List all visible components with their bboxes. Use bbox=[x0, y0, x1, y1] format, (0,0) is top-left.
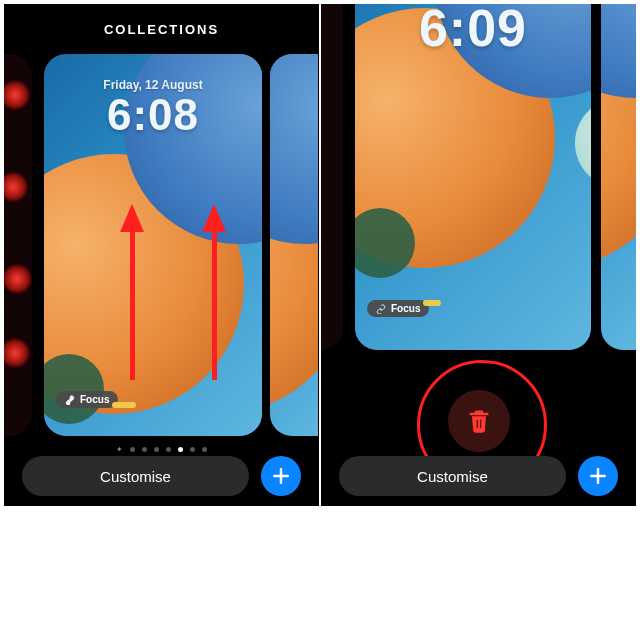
lockscreen-time: 6:09 bbox=[355, 4, 591, 58]
phone-left: COLLECTIONS Friday, 12 August 6:08 Focus bbox=[4, 4, 319, 506]
plus-icon bbox=[271, 466, 291, 486]
page-dot bbox=[166, 447, 171, 452]
lockscreen-time: 6:08 bbox=[44, 90, 262, 140]
trash-icon bbox=[465, 407, 493, 435]
dot-add-icon: ✦ bbox=[116, 447, 123, 452]
page-dot bbox=[202, 447, 207, 452]
delete-wallpaper-button[interactable] bbox=[448, 390, 510, 452]
focus-chip-accent[interactable] bbox=[112, 402, 136, 408]
wallpaper-peek-right[interactable] bbox=[601, 4, 636, 350]
customise-button[interactable]: Customise bbox=[339, 456, 566, 496]
page-dot bbox=[190, 447, 195, 452]
customise-label: Customise bbox=[417, 468, 488, 485]
focus-chip[interactable]: Focus bbox=[367, 300, 429, 317]
page-dot bbox=[142, 447, 147, 452]
focus-label: Focus bbox=[391, 303, 420, 314]
collections-header: COLLECTIONS bbox=[4, 22, 319, 37]
add-button[interactable] bbox=[578, 456, 618, 496]
page-dot bbox=[154, 447, 159, 452]
customise-label: Customise bbox=[100, 468, 171, 485]
link-icon bbox=[65, 395, 75, 405]
add-button[interactable] bbox=[261, 456, 301, 496]
focus-chip-accent[interactable] bbox=[423, 300, 441, 306]
focus-chip[interactable]: Focus bbox=[56, 391, 118, 408]
wallpaper-card-raised[interactable]: 6:09 bbox=[355, 4, 591, 350]
plus-icon bbox=[588, 466, 608, 486]
wallpaper-card[interactable]: Friday, 12 August 6:08 Focus bbox=[44, 54, 262, 436]
wallpaper-peek-left[interactable] bbox=[321, 4, 343, 350]
page-dots: ✦ bbox=[4, 447, 319, 452]
phone-right: 6:09 Focus Customise bbox=[321, 4, 636, 506]
page-dot bbox=[130, 447, 135, 452]
page-dot-active bbox=[178, 447, 183, 452]
wallpaper-peek-right[interactable] bbox=[270, 54, 318, 436]
customise-button[interactable]: Customise bbox=[22, 456, 249, 496]
wallpaper-peek-left[interactable] bbox=[4, 54, 32, 436]
link-icon bbox=[376, 304, 386, 314]
focus-label: Focus bbox=[80, 394, 109, 405]
